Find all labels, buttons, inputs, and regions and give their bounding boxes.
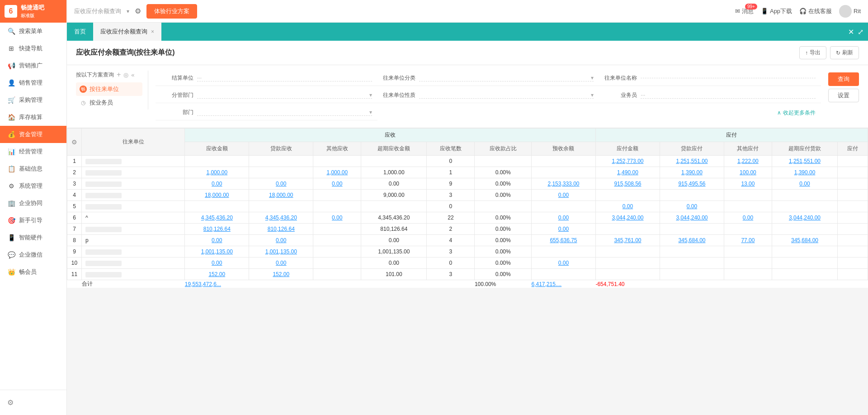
sidebar-item-search[interactable]: 🔍 搜索菜单 bbox=[0, 23, 66, 40]
sidebar-settings-btn[interactable]: ⚙ bbox=[0, 395, 66, 410]
table-cell[interactable]: 1,001,135.00 bbox=[185, 246, 249, 258]
table-cell[interactable]: 152.00 bbox=[249, 269, 313, 280]
table-cell[interactable]: 0.00 bbox=[531, 212, 595, 224]
table-cell[interactable]: 3,044,240.00 bbox=[660, 212, 724, 224]
sidebar-item-nav[interactable]: ⊞ 快捷导航 bbox=[0, 40, 66, 57]
table-cell[interactable]: 1,390.00 bbox=[772, 167, 837, 178]
table-cell[interactable]: 18,000.00 bbox=[185, 190, 249, 201]
table-cell[interactable]: 1,001,135.00 bbox=[249, 246, 313, 258]
table-cell[interactable]: 0.00 bbox=[772, 178, 837, 190]
table-cell[interactable]: 0.00 bbox=[185, 178, 249, 190]
table-cell[interactable]: 4,345,436.20 bbox=[249, 212, 313, 224]
table-cell[interactable]: 1,251,551.00 bbox=[772, 156, 837, 167]
add-scheme-btn[interactable]: + bbox=[117, 71, 121, 79]
sidebar-item-hardware[interactable]: 📱 智能硬件 bbox=[0, 229, 66, 246]
sidebar-item-inventory[interactable]: 🏠 库存核算 bbox=[0, 109, 66, 126]
table-cell[interactable]: 0.00 bbox=[249, 178, 313, 190]
sidebar-item-purchase[interactable]: 🛒 采购管理 bbox=[0, 91, 66, 109]
topbar-gear-icon[interactable]: ⚙ bbox=[135, 7, 141, 15]
scheme-settings-icon[interactable]: ◎ bbox=[123, 72, 128, 78]
table-cell[interactable]: 4,345,436.20 bbox=[185, 212, 249, 224]
dept-input[interactable]: ▾ bbox=[197, 109, 372, 116]
table-cell[interactable]: 915,508.56 bbox=[595, 178, 660, 190]
scheme-collapse-icon[interactable]: « bbox=[131, 72, 134, 78]
export-button[interactable]: ↑ 导出 bbox=[799, 46, 826, 59]
tab-close-icon[interactable]: × bbox=[151, 29, 154, 35]
table-cell[interactable]: 1,251,551.00 bbox=[660, 156, 724, 167]
filter-settings-button[interactable]: 设置 bbox=[828, 89, 859, 102]
table-cell[interactable]: 1,490.00 bbox=[595, 167, 660, 178]
sidebar-item-system[interactable]: ⚙ 系统管理 bbox=[0, 177, 66, 195]
tab-home[interactable]: 首页 bbox=[67, 23, 93, 41]
service-btn[interactable]: 🎧 在线客服 bbox=[799, 7, 832, 15]
sidebar-item-marketing[interactable]: 📢 营销推广 bbox=[0, 57, 66, 74]
query-button[interactable]: 查询 bbox=[828, 72, 859, 86]
unit-nature-input[interactable]: ▾ bbox=[419, 92, 594, 99]
table-cell[interactable]: 0.00 bbox=[185, 258, 249, 269]
table-cell[interactable]: 0.00 bbox=[595, 201, 660, 212]
table-cell[interactable]: 1,222.00 bbox=[724, 156, 772, 167]
user-avatar[interactable]: Rit bbox=[839, 5, 861, 18]
table-cell[interactable]: 1,390.00 bbox=[660, 167, 724, 178]
partner-cell bbox=[82, 201, 185, 212]
table-settings-icon[interactable]: ⚙ bbox=[71, 138, 77, 146]
table-cell[interactable]: 345,761.00 bbox=[595, 235, 660, 246]
table-cell[interactable]: 345,684.00 bbox=[772, 235, 837, 246]
table-cell[interactable]: 152.00 bbox=[185, 269, 249, 280]
table-cell[interactable]: 77.00 bbox=[724, 235, 772, 246]
table-cell[interactable]: 0.00 bbox=[531, 190, 595, 201]
col-settings-header[interactable]: ⚙ bbox=[67, 129, 82, 156]
sidebar-item-operation[interactable]: 📊 经营管理 bbox=[0, 143, 66, 160]
table-cell[interactable]: 0.00 bbox=[724, 212, 772, 224]
table-cell[interactable]: 1,252,773.00 bbox=[595, 156, 660, 167]
partner-cell: ^ bbox=[82, 212, 185, 224]
sidebar-item-basic[interactable]: 📋 基础信息 bbox=[0, 160, 66, 177]
table-cell[interactable]: 1,000.00 bbox=[313, 167, 361, 178]
salesman-input[interactable]: ··· bbox=[641, 92, 816, 99]
table-cell[interactable]: 3,044,240.00 bbox=[772, 212, 837, 224]
table-cell[interactable]: 0.00 bbox=[531, 224, 595, 235]
table-cell[interactable]: 1,000.00 bbox=[185, 167, 249, 178]
table-cell[interactable]: 0.00 bbox=[313, 212, 361, 224]
scheme-by-unit[interactable]: 畅 按往来单位 bbox=[76, 82, 142, 96]
dept-manager-input[interactable]: ▾ bbox=[197, 92, 372, 99]
sidebar-item-member[interactable]: 👑 畅会员 bbox=[0, 263, 66, 281]
scheme-by-salesman[interactable]: ◷ 按业务员 bbox=[76, 96, 142, 110]
message-btn[interactable]: ✉ 消息 99+ bbox=[735, 7, 754, 15]
close-tab-btn[interactable]: ✕ bbox=[848, 28, 854, 36]
refresh-button[interactable]: ↻ 刷新 bbox=[830, 46, 859, 59]
avatar-img bbox=[839, 5, 852, 18]
fullscreen-btn[interactable]: ⤢ bbox=[858, 28, 863, 36]
unit-name-input[interactable] bbox=[641, 78, 816, 78]
topbar-dropdown-icon[interactable]: ▾ bbox=[127, 8, 129, 14]
sidebar-item-sales[interactable]: 👤 销售管理 bbox=[0, 74, 66, 91]
sidebar-item-guide[interactable]: 🎯 新手引导 bbox=[0, 212, 66, 229]
table-cell[interactable]: 100.00 bbox=[724, 167, 772, 178]
table-cell[interactable]: 2,153,333.00 bbox=[531, 178, 595, 190]
table-cell[interactable]: 13.00 bbox=[724, 178, 772, 190]
table-cell[interactable]: 655,636.75 bbox=[531, 235, 595, 246]
table-cell[interactable]: 3,044,240.00 bbox=[595, 212, 660, 224]
sidebar-item-corp[interactable]: 🏢 企业协同 bbox=[0, 195, 66, 212]
table-cell[interactable]: 0.00 bbox=[313, 178, 361, 190]
table-cell[interactable]: 915,495.56 bbox=[660, 178, 724, 190]
table-cell[interactable]: 0.00 bbox=[249, 258, 313, 269]
table-cell[interactable]: 0.00 bbox=[660, 201, 724, 212]
sidebar-item-finance[interactable]: 💰 资金管理 bbox=[0, 126, 66, 143]
filter-area: 按以下方案查询 + ◎ « 畅 按往来单位 ◷ 按业务员 bbox=[67, 65, 868, 128]
tab-query[interactable]: 应收应付余额查询 × bbox=[93, 23, 161, 41]
table-cell[interactable]: 0.00 bbox=[531, 258, 595, 269]
table-cell[interactable]: 810,126.64 bbox=[249, 224, 313, 235]
table-cell[interactable]: 810,126.64 bbox=[185, 224, 249, 235]
sidebar-item-wechat[interactable]: 💬 企业微信 bbox=[0, 246, 66, 263]
unit-category-input[interactable]: ▾ bbox=[419, 75, 594, 81]
table-cell[interactable]: 345,684.00 bbox=[660, 235, 724, 246]
collapse-button[interactable]: ∧ 收起更多条件 bbox=[777, 105, 816, 120]
table-cell[interactable]: 18,000.00 bbox=[249, 190, 313, 201]
solution-button[interactable]: 体验行业方案 bbox=[146, 4, 197, 19]
page-title: 应收应付余额查询(按往来单位) bbox=[76, 48, 175, 57]
table-cell[interactable]: 0.00 bbox=[249, 235, 313, 246]
table-cell[interactable]: 0.00 bbox=[185, 235, 249, 246]
app-download-btn[interactable]: 📱 App下载 bbox=[761, 7, 792, 15]
settlement-unit-input[interactable]: ··· bbox=[197, 75, 372, 81]
